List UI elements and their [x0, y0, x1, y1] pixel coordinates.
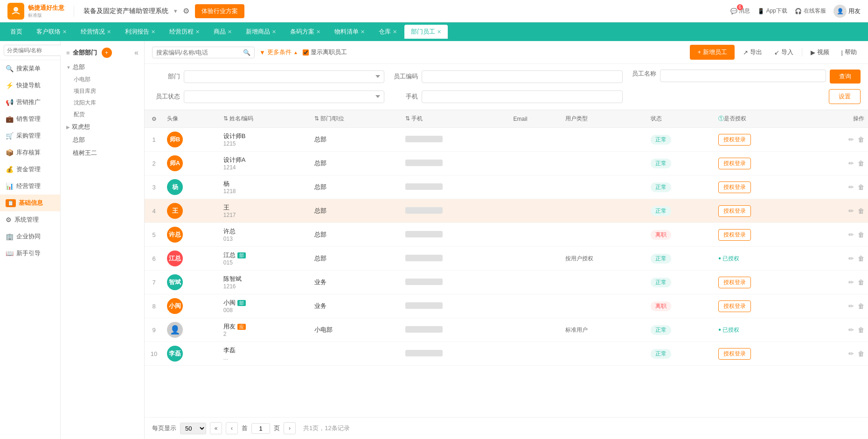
auth-cell[interactable]: 授权登录 — [715, 342, 812, 366]
auth-cell[interactable]: 授权登录 — [715, 223, 812, 247]
delete-icon[interactable]: 🗑 — [858, 279, 864, 286]
edit-icon[interactable]: ✏ — [848, 231, 854, 238]
nav-tab-employee[interactable]: 部门员工 ✕ — [404, 25, 448, 39]
trial-btn[interactable]: 体验行业方案 — [195, 4, 244, 18]
edit-icon[interactable]: ✏ — [848, 350, 854, 357]
tree-item-xiao-dian[interactable]: 小电部 — [61, 74, 144, 85]
search-submit-icon[interactable]: 🔍 — [243, 49, 250, 56]
delete-icon[interactable]: 🗑 — [858, 183, 864, 191]
import-btn[interactable]: ↙ 导入 — [771, 45, 797, 59]
sidebar-item-quicknav[interactable]: ⚡ 快捷导航 — [0, 77, 60, 94]
settings-icon[interactable]: ⚙ — [183, 7, 189, 15]
sidebar-item-marketing[interactable]: 📢 营销推广 — [0, 94, 60, 111]
next-page-btn[interactable]: › — [284, 422, 296, 434]
nav-tab-goods[interactable]: 商品 ✕ — [207, 25, 238, 39]
edit-icon[interactable]: ✏ — [848, 136, 854, 143]
delete-icon[interactable]: 🗑 — [858, 231, 864, 238]
close-operation-icon[interactable]: ✕ — [107, 29, 111, 35]
nav-tab-process[interactable]: 经营历程 ✕ — [163, 25, 206, 39]
delete-icon[interactable]: 🗑 — [858, 326, 864, 334]
nav-tab-home[interactable]: 首页 — [4, 25, 29, 39]
tree-item-peihuo[interactable]: 配货 — [61, 109, 144, 120]
tree-item-shuanghu[interactable]: ▶ 双虎想 — [61, 120, 144, 133]
help-btn[interactable]: | 帮助 — [838, 45, 861, 59]
auth-cell[interactable]: 已授权 — [715, 318, 812, 342]
export-btn[interactable]: ↗ 导出 — [739, 45, 766, 59]
nav-tab-profit[interactable]: 利润报告 ✕ — [118, 25, 162, 39]
query-btn[interactable]: 查询 — [830, 70, 861, 84]
filter-dept-select[interactable] — [184, 70, 384, 83]
sidebar-item-inventory[interactable]: 📦 库存核算 — [0, 144, 60, 161]
auth-cell[interactable]: 授权登录 — [715, 199, 812, 223]
close-barcode-icon[interactable]: ✕ — [316, 29, 320, 35]
show-leave-toggle[interactable]: 显示离职员工 — [303, 48, 347, 56]
edit-icon[interactable]: ✏ — [848, 326, 854, 334]
filter-phone-input[interactable] — [422, 91, 622, 103]
auth-login-btn[interactable]: 授权登录 — [718, 229, 751, 241]
close-newgoods-icon[interactable]: ✕ — [272, 29, 276, 35]
delete-icon[interactable]: 🗑 — [858, 160, 864, 167]
page-size-select[interactable]: 50 20 100 — [180, 423, 206, 434]
close-process-icon[interactable]: ✕ — [195, 29, 200, 35]
auth-login-btn[interactable]: 授权登录 — [718, 158, 751, 169]
nav-tab-warehouse[interactable]: 仓库 ✕ — [372, 25, 403, 39]
reset-btn[interactable]: 设置 — [829, 89, 861, 104]
sidebar-item-search[interactable]: 🔍 搜索菜单 — [0, 60, 60, 77]
video-btn[interactable]: ▶ 视频 — [807, 45, 833, 59]
delete-icon[interactable]: 🗑 — [858, 350, 864, 357]
filter-name-input[interactable] — [660, 70, 826, 82]
close-profit-icon[interactable]: ✕ — [151, 29, 155, 35]
close-bom-icon[interactable]: ✕ — [361, 29, 365, 35]
close-warehouse-icon[interactable]: ✕ — [393, 29, 397, 35]
nav-tab-customer[interactable]: 客户联络 ✕ — [30, 25, 73, 39]
th-phone[interactable]: ⇅ 手机 — [402, 110, 510, 128]
tree-item-zhishu[interactable]: 植树王二 — [61, 146, 144, 160]
edit-icon[interactable]: ✏ — [848, 302, 854, 310]
auth-cell[interactable]: 授权登录 — [715, 175, 812, 199]
nav-tab-operation[interactable]: 经营情况 ✕ — [74, 25, 118, 39]
delete-icon[interactable]: 🗑 — [858, 207, 864, 215]
delete-icon[interactable]: 🗑 — [858, 302, 864, 310]
tree-add-btn[interactable]: + — [102, 48, 112, 58]
more-filters-btn[interactable]: ▼ 更多条件 ▲ — [259, 48, 298, 56]
th-dept[interactable]: ⇅ 部门/职位 — [311, 110, 402, 128]
tree-item-xiangmu[interactable]: 项目库房 — [61, 85, 144, 97]
auth-login-btn[interactable]: 授权登录 — [718, 348, 751, 360]
nav-tab-barcode[interactable]: 条码方案 ✕ — [284, 25, 327, 39]
close-goods-icon[interactable]: ✕ — [228, 29, 232, 35]
filter-status-select[interactable] — [184, 91, 384, 103]
th-settings[interactable]: ⚙ — [145, 110, 163, 128]
auth-cell[interactable]: 授权登录 — [715, 152, 812, 175]
nav-tab-bom[interactable]: 物料清单 ✕ — [328, 25, 371, 39]
online-service-btn[interactable]: 🎧 在线客服 — [795, 7, 826, 15]
auth-cell[interactable]: 授权登录 — [715, 271, 812, 294]
edit-icon[interactable]: ✏ — [848, 207, 854, 215]
sidebar-item-basic[interactable]: 📋 基础信息 — [0, 195, 60, 211]
message-area[interactable]: 💬 消息 6 — [730, 7, 750, 15]
edit-icon[interactable]: ✏ — [848, 279, 854, 286]
close-customer-icon[interactable]: ✕ — [62, 29, 67, 35]
auth-login-btn[interactable]: 授权登录 — [718, 277, 751, 288]
add-employee-btn[interactable]: + 新增员工 — [690, 45, 734, 60]
show-leave-checkbox[interactable] — [303, 49, 309, 56]
edit-icon[interactable]: ✏ — [848, 183, 854, 191]
auth-cell[interactable]: 授权登录 — [715, 294, 812, 318]
auth-cell[interactable]: 授权登录 — [715, 128, 812, 152]
search-input[interactable] — [156, 49, 240, 56]
sidebar-item-purchase[interactable]: 🛒 采购管理 — [0, 127, 60, 144]
edit-icon[interactable]: ✏ — [848, 160, 854, 167]
tree-collapse-btn[interactable]: « — [134, 49, 139, 57]
close-employee-icon[interactable]: ✕ — [437, 29, 441, 35]
dropdown-icon[interactable]: ▾ — [174, 7, 177, 14]
auth-login-btn[interactable]: 授权登录 — [718, 134, 751, 146]
filter-code-input[interactable] — [422, 70, 622, 83]
delete-icon[interactable]: 🗑 — [858, 136, 864, 143]
user-area[interactable]: 👤 用友 — [833, 5, 861, 18]
auth-login-btn[interactable]: 授权登录 — [718, 300, 751, 312]
auth-login-btn[interactable]: 授权登录 — [718, 181, 751, 193]
sidebar-item-enterprise[interactable]: 🏢 企业协同 — [0, 228, 60, 245]
th-name[interactable]: ⇅ 姓名/编码 — [220, 110, 311, 128]
sidebar-item-guide[interactable]: 📖 新手引导 — [0, 245, 60, 262]
sidebar-item-sales[interactable]: 💼 销售管理 — [0, 111, 60, 127]
tree-item-zonbu2[interactable]: 总部 — [61, 133, 144, 146]
